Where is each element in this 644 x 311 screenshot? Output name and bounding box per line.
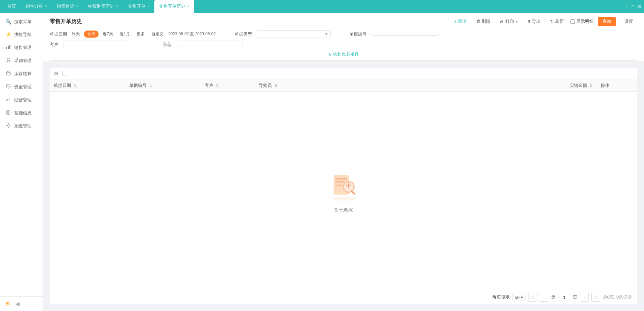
- prev-page-btn[interactable]: ‹: [540, 293, 548, 302]
- table-settings-icon[interactable]: ⚙: [54, 70, 58, 77]
- sidebar-item-business-label: 经营管理: [14, 97, 32, 103]
- sidebar-collapse-icon[interactable]: ◀: [15, 301, 19, 307]
- date-btn-more[interactable]: 更多: [134, 31, 147, 38]
- sidebar-item-search-purchase-label: 搜索采单: [14, 19, 32, 25]
- customer-input[interactable]: ...: [63, 41, 130, 48]
- sort-date-icon[interactable]: ⇅: [74, 84, 77, 88]
- sidebar-item-inventory[interactable]: 库存核算: [0, 67, 43, 80]
- tab-sales-return-history-label: 销货退货历史: [88, 3, 114, 9]
- sidebar-bottom: ⚙ ◀: [0, 296, 43, 311]
- last-page-btn[interactable]: ⟩⟩: [591, 293, 600, 302]
- basic-info-icon: [5, 110, 11, 116]
- table-header-row: 单据日期 ⇅ 单据编号 ⇅ 客户 ⇅: [50, 80, 637, 92]
- tab-sales-return-history-close[interactable]: ×: [116, 4, 118, 9]
- sidebar-settings-icon[interactable]: ⚙: [5, 301, 10, 307]
- sidebar-item-sales-mgmt[interactable]: 销售管理: [0, 41, 43, 54]
- customer-placeholder: ...: [66, 42, 70, 47]
- sidebar-item-finance-label: 资金管理: [14, 84, 32, 90]
- date-btn-custom[interactable]: 自定义: [149, 31, 166, 38]
- sidebar-item-quick-nav-label: 快捷导航: [14, 32, 32, 38]
- page-unit: 页: [573, 294, 577, 300]
- page-header: 零售开单历史 + 新增 🗑 删除 🖨 打印 ▾ ⬆ 导出: [43, 13, 644, 61]
- tab-sales-return-label: 销货退货: [57, 3, 74, 9]
- page-title-row: 零售开单历史 + 新增 🗑 删除 🖨 打印 ▾ ⬆ 导出: [50, 17, 637, 26]
- sort-no-icon[interactable]: ⇅: [149, 84, 152, 88]
- sidebar-item-basic-info[interactable]: 基础信息: [0, 106, 43, 119]
- delete-button[interactable]: 🗑 删除: [474, 17, 493, 26]
- close-btn[interactable]: ✕: [638, 4, 641, 9]
- tab-retail-open-history-close[interactable]: ×: [187, 4, 190, 9]
- filter-row-1: 单据日期 昨天 今天 近7天 近1月 更多 自定义 2023-06-02 至 2…: [50, 30, 637, 38]
- goods-label: 商品: [162, 42, 171, 48]
- refresh-button[interactable]: ↻ 刷新: [547, 17, 566, 26]
- tab-sales-return[interactable]: 销货退货 ×: [52, 0, 83, 13]
- next-page-btn[interactable]: ›: [580, 293, 589, 302]
- settings-button[interactable]: 设置: [620, 17, 637, 26]
- col-amount[interactable]: 实销金额 ⇅: [521, 80, 597, 92]
- add-button[interactable]: + 新增: [451, 17, 469, 26]
- query-label: 查询: [602, 18, 611, 24]
- sort-customer-icon[interactable]: ⇅: [216, 84, 219, 88]
- refresh-label: ↻ 刷新: [550, 18, 564, 24]
- col-date-label: 单据日期: [54, 83, 71, 88]
- tab-retail-open-close[interactable]: ×: [147, 4, 150, 9]
- sidebar-item-finance[interactable]: ¥ 资金管理: [0, 80, 43, 93]
- first-page-btn[interactable]: ⟨⟨: [528, 293, 537, 302]
- type-select[interactable]: ▾: [257, 30, 331, 38]
- tab-sales-order[interactable]: 销售订单 ×: [21, 0, 52, 13]
- query-button[interactable]: 查询: [598, 17, 616, 26]
- sidebar-item-purchase-mgmt[interactable]: 采购管理: [0, 54, 43, 67]
- col-guide[interactable]: 导购员 ⇅: [255, 80, 319, 92]
- sort-guide-icon[interactable]: ⇅: [275, 84, 278, 88]
- page-size-select[interactable]: 50 ▾: [512, 294, 526, 301]
- date-range: 2023-06-02 至 2023-06-02: [168, 31, 215, 37]
- business-icon: [5, 97, 11, 103]
- tab-sales-return-close[interactable]: ×: [76, 4, 79, 9]
- collapse-label: 收起更多条件: [333, 51, 359, 57]
- export-button[interactable]: ⬆ 导出: [525, 17, 544, 26]
- show-detail-checkbox[interactable]: 显示明细: [571, 18, 594, 24]
- print-button[interactable]: 🖨 打印 ▾: [497, 17, 521, 26]
- sort-amount-icon[interactable]: ⇅: [590, 84, 593, 88]
- date-btn-7days[interactable]: 近7天: [100, 31, 116, 38]
- svg-rect-16: [335, 181, 345, 183]
- show-detail-input[interactable]: [571, 19, 575, 24]
- settings-label: 设置: [624, 18, 633, 24]
- table-wrapper: ⚙ 单据日期 ⇅ 单据编号: [43, 61, 644, 311]
- svg-rect-1: [8, 46, 9, 49]
- date-btn-1month[interactable]: 近1月: [117, 31, 133, 38]
- col-no[interactable]: 单据编号 ⇅: [125, 80, 201, 92]
- sidebar-item-quick-nav[interactable]: ⚡ 快捷导航: [0, 28, 43, 41]
- export-label: ⬆ 导出: [527, 18, 541, 24]
- tab-home[interactable]: 首页: [3, 0, 21, 13]
- filter-type: 单据类型 ▾: [235, 30, 331, 38]
- print-arrow-icon: ▾: [515, 19, 518, 24]
- page-number-input[interactable]: [558, 294, 570, 301]
- col-action-label: 操作: [601, 83, 609, 88]
- table-empty-state: 暂无数据: [50, 92, 637, 290]
- col-date[interactable]: 单据日期 ⇅: [50, 80, 125, 92]
- table-checkbox-all[interactable]: [62, 71, 67, 76]
- minimize-btn[interactable]: ─: [625, 4, 628, 9]
- tab-retail-open[interactable]: 零售开单 ×: [123, 0, 154, 13]
- tab-sales-return-history[interactable]: 销货退货历史 ×: [83, 0, 123, 13]
- sidebar-item-system[interactable]: 系统管理: [0, 119, 43, 133]
- system-icon: [5, 123, 11, 129]
- window-controls: ─ □ ✕: [625, 4, 641, 9]
- maximize-btn[interactable]: □: [632, 4, 634, 9]
- main-layout: 🔍 搜索采单 ⚡ 快捷导航 销售管理 采购管理 库存核算: [0, 13, 644, 311]
- date-btn-yesterday[interactable]: 昨天: [69, 31, 83, 38]
- tab-sales-order-close[interactable]: ×: [45, 4, 47, 9]
- tab-home-label: 首页: [7, 3, 16, 9]
- doc-no-input[interactable]: [371, 33, 439, 36]
- total-info: 共0页, 0条记录: [603, 294, 632, 300]
- tab-retail-open-history[interactable]: 零售开单历史 ×: [154, 0, 194, 13]
- goods-input[interactable]: ...: [176, 41, 243, 48]
- collapse-btn[interactable]: ∧ 收起更多条件: [328, 51, 359, 57]
- sidebar-item-business[interactable]: 经营管理: [0, 93, 43, 106]
- select-all-checkbox[interactable]: [62, 71, 67, 75]
- date-btn-today[interactable]: 今天: [84, 31, 99, 38]
- col-customer[interactable]: 客户 ⇅: [201, 80, 255, 92]
- sidebar-item-search-purchase[interactable]: 🔍 搜索采单: [0, 15, 43, 28]
- svg-rect-15: [335, 178, 347, 179]
